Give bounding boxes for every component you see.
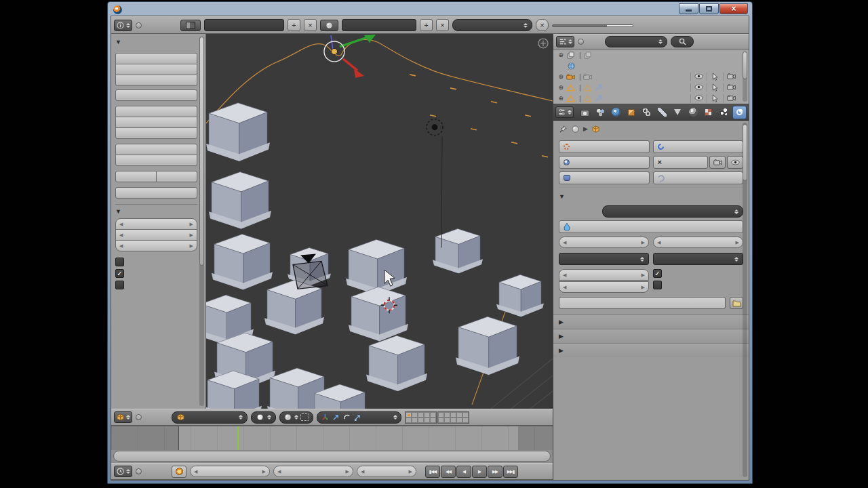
outliner-row-cube[interactable]: ⊕ |	[553, 82, 749, 93]
preview-resolution-field[interactable]: ◀▶	[653, 237, 743, 248]
cache-path-field[interactable]	[559, 297, 726, 309]
axis-z-checkbox[interactable]	[115, 281, 124, 289]
flat-button[interactable]	[115, 155, 197, 166]
minimize-button[interactable]	[679, 3, 698, 14]
display-filter-dropdown[interactable]	[605, 36, 667, 47]
maximize-button[interactable]	[699, 3, 719, 14]
tab-object[interactable]	[624, 106, 638, 119]
renderability-camera-icon[interactable]	[727, 83, 736, 91]
duplicate-objects-button[interactable]	[115, 106, 197, 117]
insert-keyframe-button[interactable]	[115, 171, 157, 182]
tool-shelf-scrollbar[interactable]	[199, 37, 204, 406]
viewport-scene[interactable]	[206, 34, 553, 409]
add-layout-button[interactable]: +	[288, 19, 300, 31]
outliner-row-renderlayers[interactable]: ⊕ |	[553, 49, 749, 60]
pivot-snap-group[interactable]	[279, 411, 313, 424]
reverse-frames-checkbox[interactable]	[653, 281, 662, 289]
manipulator-x-arrow[interactable]	[354, 68, 364, 78]
tab-world[interactable]	[609, 106, 623, 119]
current-frame-field[interactable]: ◀▶	[357, 466, 416, 477]
outliner-row-camera[interactable]: ⊕ |	[553, 71, 749, 82]
scale-manipulator-icon[interactable]	[353, 413, 362, 421]
scene-icon[interactable]	[320, 20, 338, 31]
tab-particles[interactable]	[717, 106, 731, 119]
translate-panel-header[interactable]: ▼	[115, 204, 197, 216]
expand-icon[interactable]: ⊕	[557, 84, 564, 91]
axis-y-checkbox[interactable]	[115, 269, 124, 278]
viewport-canvas[interactable]	[206, 34, 553, 409]
force-field-button[interactable]	[559, 140, 650, 153]
translate-manipulator-icon[interactable]	[332, 413, 340, 421]
smooth-button[interactable]	[115, 144, 197, 155]
visibility-eye-icon[interactable]	[694, 83, 703, 91]
translate-button[interactable]	[115, 53, 197, 64]
pivot-point-icon[interactable]	[283, 413, 292, 421]
collapse-menus-toggle[interactable]	[136, 22, 142, 28]
frame-start-field[interactable]: ◀▶	[190, 466, 270, 477]
timeline-playhead[interactable]	[237, 426, 239, 450]
shading-dropdown[interactable]	[251, 411, 276, 424]
render-engine-dropdown[interactable]	[452, 19, 532, 31]
tab-physics[interactable]	[732, 106, 747, 119]
collapse-menus-toggle[interactable]	[136, 468, 142, 474]
smoke-button[interactable]	[653, 171, 744, 184]
next-keyframe-button[interactable]: ▶▶	[488, 466, 502, 478]
cancel-job-button[interactable]: ×	[536, 19, 549, 31]
axis-x-checkbox[interactable]	[115, 258, 124, 266]
editor-type-button-outliner[interactable]	[556, 36, 574, 47]
frame-end-field[interactable]: ◀▶	[273, 466, 353, 477]
tab-constraints[interactable]	[639, 106, 654, 119]
timeline-ruler[interactable]	[113, 451, 551, 462]
empty-object[interactable]	[427, 119, 443, 248]
viewport-plus-icon[interactable]	[538, 39, 548, 48]
play-reverse-button[interactable]: ◀	[456, 466, 471, 478]
jump-to-start-button[interactable]: ▮◀◀	[425, 466, 440, 478]
outliner-scrollbar[interactable]	[743, 52, 747, 102]
vector-y-field[interactable]: ◀▶	[115, 229, 197, 241]
origin-button[interactable]	[115, 89, 197, 101]
editor-type-button-timeline[interactable]	[114, 466, 132, 477]
vector-x-field[interactable]: ◀▶	[115, 218, 197, 230]
mode-dropdown[interactable]	[172, 411, 248, 424]
lamp-object[interactable]	[324, 35, 376, 78]
jump-to-end-button[interactable]: ▶▶▮	[503, 466, 518, 478]
play-button[interactable]: ▶	[472, 466, 487, 478]
fluid-type-dropdown[interactable]	[602, 205, 743, 218]
remove-keyframe-button[interactable]	[156, 171, 197, 182]
rotate-button[interactable]	[115, 64, 197, 75]
expand-icon[interactable]: ⊕	[557, 73, 564, 80]
renderability-camera-icon[interactable]	[727, 94, 736, 102]
tab-render[interactable]	[578, 106, 592, 119]
domain-boundary-panel[interactable]: ▶	[553, 329, 749, 343]
outliner-row-world[interactable]	[553, 60, 749, 71]
previous-keyframe-button[interactable]: ◀◀	[441, 466, 456, 478]
tab-texture[interactable]	[702, 106, 716, 119]
selectability-cursor-icon[interactable]	[712, 73, 718, 81]
rotate-manipulator-icon[interactable]	[342, 413, 351, 421]
delete-scene-button[interactable]: ×	[436, 19, 449, 31]
tab-modifiers[interactable]	[655, 106, 669, 119]
domain-particles-panel[interactable]: ▶	[553, 343, 749, 357]
snap-icon[interactable]	[300, 413, 309, 421]
cloth-button[interactable]	[559, 171, 650, 184]
soft-body-button[interactable]	[653, 140, 744, 153]
selectability-cursor-icon[interactable]	[712, 83, 718, 92]
outliner-row-cube-001[interactable]: ⊕ |	[553, 93, 749, 104]
fluid-button[interactable]: ×	[653, 156, 709, 169]
scale-button[interactable]	[115, 75, 197, 86]
outliner-search-button[interactable]	[671, 36, 694, 47]
timeline-band[interactable]	[111, 426, 553, 450]
tab-scene[interactable]	[593, 106, 608, 119]
manipulator-axes-icon[interactable]	[321, 413, 330, 421]
visibility-eye-icon[interactable]	[694, 94, 703, 102]
delete-button[interactable]	[115, 117, 197, 128]
generate-speed-vectors-checkbox[interactable]	[653, 269, 662, 278]
delete-layout-button[interactable]: ×	[304, 19, 317, 31]
properties-scrollbar[interactable]	[743, 123, 747, 477]
add-scene-button[interactable]: +	[420, 19, 433, 31]
object-tools-panel-header[interactable]: ▼	[115, 36, 197, 48]
manipulator-group[interactable]	[317, 411, 401, 424]
expand-icon[interactable]: ⊕	[557, 95, 564, 102]
tab-material[interactable]	[686, 106, 701, 119]
visibility-eye-icon[interactable]	[694, 73, 703, 80]
